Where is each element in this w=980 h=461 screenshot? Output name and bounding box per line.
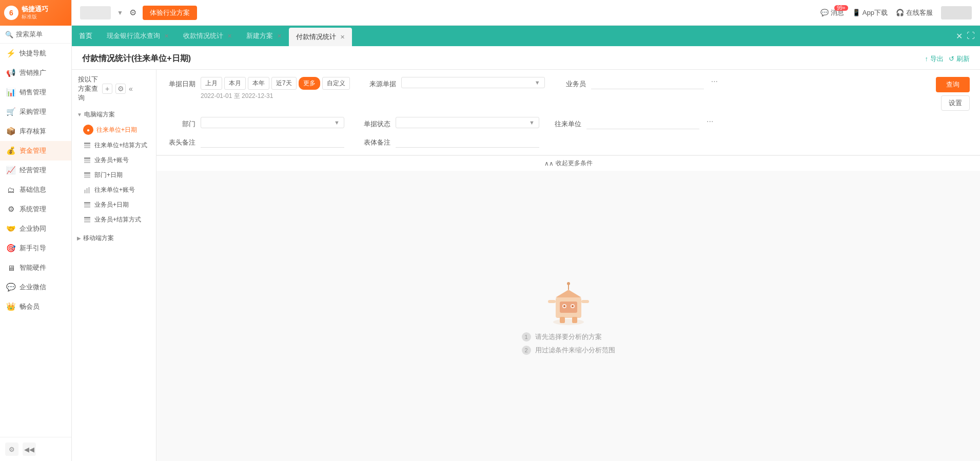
scheme-item-salesman-account[interactable]: 业务员+账号 [72, 153, 156, 168]
header-note-input[interactable] [201, 135, 344, 148]
sidebar-item-vip[interactable]: 👑 畅会员 [0, 297, 71, 316]
sidebar-item-wechat[interactable]: 💬 企业微信 [0, 277, 71, 297]
expand-tab-btn[interactable]: ⛶ [967, 31, 975, 41]
date-btn-this-month[interactable]: 本月 [224, 77, 246, 90]
date-btn-custom[interactable]: 自定义 [322, 77, 350, 90]
sidebar-item-label: 新手引导 [19, 244, 46, 253]
sidebar-item-label: 销售管理 [19, 88, 46, 97]
svg-rect-4 [84, 159, 90, 161]
ops-icon: 📈 [6, 166, 15, 175]
date-buttons: 上月 本月 本年 近7天 更多 自定义 [201, 77, 350, 90]
marketing-icon: 📢 [6, 68, 15, 77]
tab-payments[interactable]: 付款情况统计 ✕ [289, 28, 352, 46]
salesman-input[interactable] [591, 77, 704, 89]
trial-btn[interactable]: 体验行业方案 [143, 6, 197, 20]
sidebar-item-guide[interactable]: 🎯 新手引导 [0, 238, 71, 258]
tab-home[interactable]: 首页 [72, 26, 100, 46]
scheme-item-dept-date[interactable]: 部门+日期 [72, 168, 156, 183]
tab-receipts-close[interactable]: ✕ [227, 33, 232, 39]
sidebar-item-inventory[interactable]: 📦 库存核算 [0, 122, 71, 141]
export-icon: ↑ [925, 55, 929, 63]
query-btn[interactable]: 查询 [936, 77, 970, 92]
export-btn[interactable]: ↑ 导出 [925, 54, 944, 64]
sidebar-item-label: 库存核算 [19, 127, 46, 136]
setting-btn[interactable]: 设置 [941, 95, 970, 111]
salesman-label: 业务员 [560, 77, 586, 89]
sidebar-item-sales[interactable]: 📊 销售管理 [0, 83, 71, 102]
svg-rect-2 [84, 147, 90, 148]
date-btn-this-year[interactable]: 本年 [248, 77, 269, 90]
date-btn-last-month[interactable]: 上月 [201, 77, 222, 90]
scheme-item-counterpart-account[interactable]: 往来单位+账号 [72, 183, 156, 197]
body-note-input[interactable] [396, 135, 539, 148]
group-arrow-icon2: ▶ [77, 235, 81, 241]
dept-select[interactable]: ▼ [201, 117, 344, 128]
collab-icon: 🤝 [6, 224, 15, 233]
svg-point-25 [572, 305, 574, 307]
svg-rect-11 [88, 187, 90, 193]
sidebar-item-purchase[interactable]: 🛒 采购管理 [0, 102, 71, 122]
sidebar-item-basic[interactable]: 🗂 基础信息 [0, 180, 71, 199]
date-btn-more[interactable]: 更多 [299, 77, 320, 90]
empty-hint-1: 1 请先选择要分析的方案 [522, 332, 615, 342]
settings-footer-btn[interactable]: ⚙ [5, 443, 18, 456]
refresh-btn[interactable]: ↺ 刷新 [949, 54, 970, 64]
salesman-dots[interactable]: ··· [711, 77, 718, 86]
sidebar-item-ops[interactable]: 📈 经营管理 [0, 161, 71, 180]
voucher-status-select[interactable]: ▼ [396, 117, 539, 128]
scheme-panel: 按以下方案查询 + ⚙ « ▼ 电脑端方案 ● 往来单位+日期 [72, 70, 156, 461]
sidebar-item-quick-nav[interactable]: ⚡ 快捷导航 [0, 44, 71, 63]
service-btn[interactable]: 🎧 在线客服 [896, 8, 933, 17]
add-scheme-btn[interactable]: + [102, 84, 112, 94]
date-btn-7days[interactable]: 近7天 [271, 77, 297, 90]
tab-bank-close[interactable]: ✕ [164, 33, 169, 39]
counterpart-input[interactable] [586, 117, 699, 129]
sidebar-item-marketing[interactable]: 📢 营销推广 [0, 63, 71, 83]
scheme-collapse-btn[interactable]: « [129, 85, 150, 93]
scheme-group-mobile-title[interactable]: ▶ 移动端方案 [72, 231, 156, 245]
tab-payments-close[interactable]: ✕ [340, 34, 345, 41]
scheme-item-label: 往来单位+日期 [96, 126, 137, 134]
collapse-more-btn[interactable]: ∧∧ 收起更多条件 [156, 155, 980, 171]
counterpart-dots[interactable]: ··· [707, 117, 713, 126]
collapse-sidebar-btn[interactable]: ◀◀ [23, 443, 36, 456]
sidebar-item-collab[interactable]: 🤝 企业协同 [0, 219, 71, 238]
tab-new-scheme-close[interactable]: ✕ [277, 33, 282, 39]
app-label: App下载 [863, 8, 888, 17]
app-download-btn[interactable]: 📱 App下载 [852, 8, 888, 17]
sidebar-item-hardware[interactable]: 🖥 智能硬件 [0, 258, 71, 277]
tab-new-scheme[interactable]: 新建方案 ✕ [239, 26, 289, 46]
table5-icon [83, 216, 91, 224]
tab-payments-label: 付款情况统计 [296, 32, 336, 42]
messages-btn[interactable]: 💬 消息 99+ [820, 8, 844, 17]
empty-hints: 1 请先选择要分析的方案 2 用过滤条件来缩小分析范围 [522, 332, 615, 355]
close-all-tabs-btn[interactable]: ✕ [956, 31, 963, 41]
tab-receipts[interactable]: 收款情况统计 ✕ [176, 26, 239, 46]
sidebar-item-label: 快捷导航 [19, 49, 46, 58]
empty-state: 1 请先选择要分析的方案 2 用过滤条件来缩小分析范围 [156, 171, 980, 461]
tab-bank[interactable]: 现金银行流水查询 ✕ [100, 26, 176, 46]
sidebar-item-finance[interactable]: 💰 资金管理 [0, 141, 71, 161]
scheme-item-label: 部门+日期 [94, 171, 123, 179]
scheme-settings-btn[interactable]: ⚙ [115, 84, 126, 94]
source-select[interactable]: ▼ [401, 77, 545, 88]
scheme-item-salesman-settlement[interactable]: 业务员+结算方式 [72, 212, 156, 227]
counterpart-label: 往来单位 [555, 117, 581, 129]
system-icon: ⚙ [6, 205, 15, 214]
scheme-item-counterpart-date[interactable]: ● 往来单位+日期 [72, 122, 156, 138]
sidebar-nav: ⚡ 快捷导航 📢 营销推广 📊 销售管理 🛒 采购管理 📦 库存核算 💰 资金管… [0, 44, 71, 437]
refresh-label: 刷新 [956, 54, 970, 64]
search-menu[interactable]: 🔍 搜索菜单 [0, 26, 71, 44]
scheme-item-counterpart-settlement[interactable]: 往来单位+结算方式 [72, 138, 156, 153]
logo-icon: 6 [4, 6, 18, 20]
date-group: 上月 本月 本年 近7天 更多 自定义 2022-01-01 至 2022-12… [201, 77, 350, 101]
sidebar-item-system[interactable]: ⚙ 系统管理 [0, 199, 71, 219]
scheme-group-desktop-title[interactable]: ▼ 电脑端方案 [72, 108, 156, 122]
vip-icon: 👑 [6, 302, 15, 311]
topbar-gear-icon[interactable]: ⚙ [129, 8, 136, 17]
svg-rect-5 [84, 162, 90, 163]
svg-rect-1 [84, 145, 90, 146]
svg-rect-13 [84, 204, 90, 206]
topbar-chevron-icon[interactable]: ▼ [117, 9, 123, 16]
scheme-item-salesman-date[interactable]: 业务员+日期 [72, 197, 156, 212]
